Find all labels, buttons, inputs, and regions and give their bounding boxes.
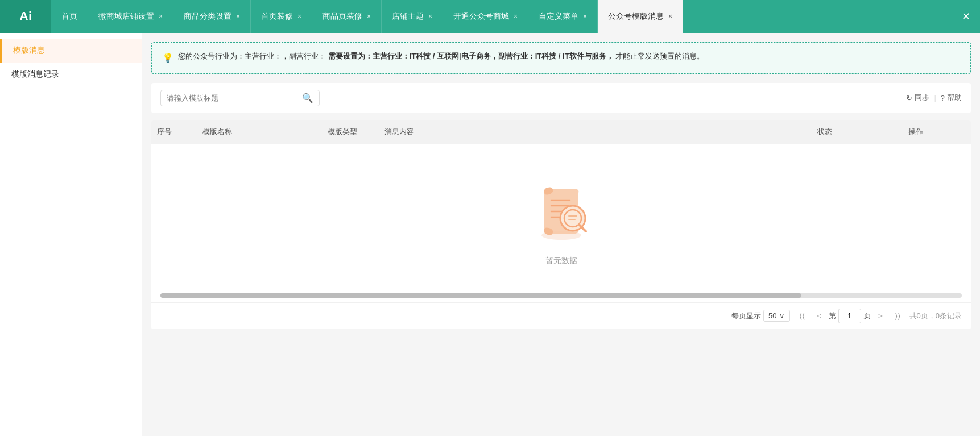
sidebar: 模版消息模版消息记录 [0, 33, 142, 436]
scrollbar-thumb[interactable] [160, 293, 801, 298]
nav-tab-theme[interactable]: 店铺主题× [382, 0, 443, 33]
nav-tab-weshop[interactable]: 微商城店铺设置× [88, 0, 173, 33]
close-tab-icon[interactable]: × [428, 13, 432, 20]
close-all-button[interactable]: ✕ [952, 0, 980, 33]
nav-tab-homepage[interactable]: 首页装修× [251, 0, 312, 33]
sidebar-item-template-msg[interactable]: 模版消息 [0, 39, 142, 63]
col-header-name: 模版名称 [197, 120, 322, 144]
search-input-wrap[interactable]: 🔍 [160, 90, 320, 106]
logo: Ai [0, 0, 51, 33]
page-size-select: 每页显示 50 ∨ [731, 310, 789, 322]
search-bar: 🔍 ↻ 同步 | ? 帮助 [151, 83, 971, 113]
next-page-button[interactable]: ＞ [873, 309, 888, 323]
page-size-label: 每页显示 [731, 311, 761, 321]
col-header-type: 模版类型 [322, 120, 379, 144]
sync-button[interactable]: ↻ 同步 [906, 93, 929, 103]
close-tab-icon[interactable]: × [367, 13, 371, 20]
main-layout: 模版消息模版消息记录 💡 您的公众号行业为：主营行业：，副营行业： 需要设置为：… [0, 33, 980, 436]
page-unit: 页 [863, 311, 871, 321]
divider: | [934, 94, 936, 102]
search-button[interactable]: 🔍 [302, 93, 313, 103]
empty-text: 暂无数据 [545, 256, 577, 266]
page-total: 共0页，0条记录 [909, 311, 962, 321]
col-header-status: 状态 [812, 120, 903, 144]
nav-tab-custom-menu[interactable]: 自定义菜单× [528, 0, 598, 33]
nav-tab-productpage[interactable]: 商品页装修× [312, 0, 382, 33]
prev-page-button[interactable]: ＜ [812, 309, 826, 323]
nav-tab-template-msg[interactable]: 公众号模版消息× [598, 0, 683, 33]
sidebar-item-template-record[interactable]: 模版消息记录 [0, 63, 142, 86]
content-area: 💡 您的公众号行业为：主营行业：，副营行业： 需要设置为：主营行业：IT科技 /… [142, 33, 980, 436]
nav-tabs: 首页微商城店铺设置×商品分类设置×首页装修×商品页装修×店铺主题×开通公众号商城… [51, 0, 952, 33]
top-nav: Ai 首页微商城店铺设置×商品分类设置×首页装修×商品页装修×店铺主题×开通公众… [0, 0, 980, 33]
empty-icon [527, 178, 596, 247]
nav-tab-category[interactable]: 商品分类设置× [173, 0, 251, 33]
close-tab-icon[interactable]: × [668, 13, 672, 20]
scrollbar-wrap [151, 289, 971, 302]
last-page-button[interactable]: ⟩⟩ [890, 309, 905, 323]
page-label: 第 [829, 311, 836, 321]
alert-text: 您的公众号行业为：主营行业：，副营行业： 需要设置为：主营行业：IT科技 / 互… [178, 51, 704, 63]
alert-icon: 💡 [162, 51, 173, 65]
alert-box: 💡 您的公众号行业为：主营行业：，副营行业： 需要设置为：主营行业：IT科技 /… [151, 42, 971, 74]
current-page-input[interactable] [838, 309, 861, 323]
close-tab-icon[interactable]: × [583, 13, 587, 20]
nav-tab-wechat-mall[interactable]: 开通公众号商城× [443, 0, 528, 33]
close-tab-icon[interactable]: × [297, 13, 301, 20]
dropdown-icon: ∨ [779, 312, 785, 320]
scrollbar-track[interactable] [160, 293, 962, 298]
page-nav: ⟨⟨ ＜ 第 页 ＞ ⟩⟩ [795, 309, 905, 323]
table: 序号 模版名称 模版类型 消息内容 状态 操作 [151, 120, 971, 329]
close-tab-icon[interactable]: × [159, 13, 163, 20]
table-header: 序号 模版名称 模版类型 消息内容 状态 操作 [151, 120, 971, 144]
first-page-button[interactable]: ⟨⟨ [795, 309, 809, 323]
col-header-content: 消息内容 [379, 120, 812, 144]
sync-icon: ↻ [906, 94, 912, 102]
col-header-no: 序号 [151, 120, 197, 144]
empty-state: 暂无数据 [151, 144, 971, 289]
pagination: 每页显示 50 ∨ ⟨⟨ ＜ 第 页 ＞ ⟩⟩ 共0页，0条记录 [151, 302, 971, 329]
close-tab-icon[interactable]: × [236, 13, 240, 20]
col-header-action: 操作 [903, 120, 971, 144]
help-icon: ? [941, 94, 945, 102]
nav-tab-home[interactable]: 首页 [51, 0, 88, 33]
page-size-dropdown[interactable]: 50 ∨ [763, 310, 789, 322]
sync-help-area: ↻ 同步 | ? 帮助 [906, 93, 962, 103]
help-button[interactable]: ? 帮助 [941, 93, 962, 103]
close-tab-icon[interactable]: × [514, 13, 518, 20]
search-input[interactable] [167, 94, 302, 102]
